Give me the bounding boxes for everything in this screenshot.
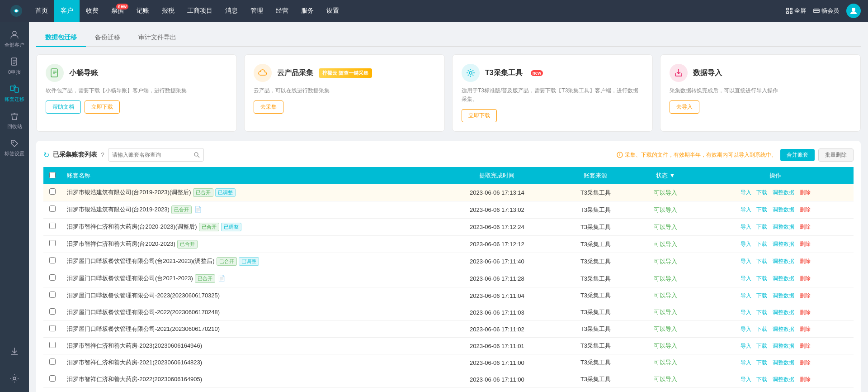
import-link[interactable]: 导入 xyxy=(741,258,751,264)
import-link[interactable]: 导入 xyxy=(741,189,751,196)
import-link[interactable]: 导入 xyxy=(741,206,751,213)
merge-account-button[interactable]: 合并账套 xyxy=(780,149,815,161)
download-link[interactable]: 下载 xyxy=(756,292,767,299)
adjust-link[interactable]: 调整数据 xyxy=(773,292,794,299)
adjust-link[interactable]: 调整数据 xyxy=(773,343,794,349)
adjust-link[interactable]: 调整数据 xyxy=(773,241,794,247)
delete-link[interactable]: 删除 xyxy=(800,258,811,264)
nav-invoice[interactable]: 票据 new xyxy=(105,0,130,22)
member-button[interactable]: 畅会员 xyxy=(813,7,839,15)
nav-bookkeeping[interactable]: 记账 xyxy=(130,0,156,22)
go-import-button[interactable]: 去导入 xyxy=(670,100,699,114)
import-link[interactable]: 导入 xyxy=(741,326,751,332)
nav-fee[interactable]: 收费 xyxy=(80,0,105,22)
download-link[interactable]: 下载 xyxy=(756,326,767,332)
delete-link[interactable]: 删除 xyxy=(800,241,811,247)
adjust-link[interactable]: 调整数据 xyxy=(773,258,794,264)
search-button[interactable] xyxy=(190,148,203,162)
delete-link[interactable]: 删除 xyxy=(800,309,811,316)
row-checkbox[interactable] xyxy=(49,308,56,315)
download-now-button-xiao[interactable]: 立即下载 xyxy=(85,100,120,114)
delete-link[interactable]: 删除 xyxy=(800,359,811,366)
nav-business[interactable]: 工商项目 xyxy=(181,0,219,22)
tab-backup-migration[interactable]: 备份迁移 xyxy=(86,29,129,47)
list-help-icon[interactable]: ? xyxy=(101,151,104,158)
help-doc-button[interactable]: 帮助文档 xyxy=(46,100,81,114)
import-link[interactable]: 导入 xyxy=(741,275,751,282)
download-link[interactable]: 下载 xyxy=(756,275,767,282)
import-link[interactable]: 导入 xyxy=(741,343,751,349)
search-input[interactable] xyxy=(108,152,190,158)
adjust-link[interactable]: 调整数据 xyxy=(773,275,794,282)
sidebar-item-download[interactable] xyxy=(0,338,29,365)
user-avatar[interactable] xyxy=(846,4,861,18)
nav-tax[interactable]: 报税 xyxy=(156,0,181,22)
sidebar-item-recycle[interactable]: 回收站 xyxy=(0,107,29,134)
file-icon[interactable]: 📄 xyxy=(218,275,225,282)
adjust-link[interactable]: 调整数据 xyxy=(773,206,794,213)
fullscreen-button[interactable]: 全屏 xyxy=(786,7,806,15)
nav-message[interactable]: 消息 xyxy=(219,0,244,22)
download-link[interactable]: 下载 xyxy=(756,343,767,349)
delete-link[interactable]: 删除 xyxy=(800,343,811,349)
adjust-link[interactable]: 调整数据 xyxy=(773,309,794,316)
download-now-button-t3[interactable]: 立即下载 xyxy=(462,109,497,122)
import-link[interactable]: 导入 xyxy=(741,292,751,299)
row-checkbox[interactable] xyxy=(49,342,56,348)
row-checkbox[interactable] xyxy=(49,274,56,281)
tab-audit-export[interactable]: 审计文件导出 xyxy=(129,29,185,47)
import-link[interactable]: 导入 xyxy=(741,376,751,382)
row-checkbox[interactable] xyxy=(49,223,56,229)
row-checkbox[interactable] xyxy=(49,206,56,212)
delete-link[interactable]: 删除 xyxy=(800,189,811,196)
sidebar-item-account-migration[interactable]: 账套迁移 xyxy=(0,80,29,107)
delete-link[interactable]: 删除 xyxy=(800,376,811,382)
row-checkbox[interactable] xyxy=(49,188,56,195)
adjust-link[interactable]: 调整数据 xyxy=(773,376,794,382)
download-link[interactable]: 下载 xyxy=(756,206,767,213)
download-link[interactable]: 下载 xyxy=(756,224,767,230)
delete-link[interactable]: 删除 xyxy=(800,292,811,299)
download-link[interactable]: 下载 xyxy=(756,241,767,247)
nav-manage[interactable]: 管理 xyxy=(244,0,269,22)
nav-home[interactable]: 首页 xyxy=(29,0,54,22)
adjust-link[interactable]: 调整数据 xyxy=(773,326,794,332)
download-link[interactable]: 下载 xyxy=(756,258,767,264)
adjust-link[interactable]: 调整数据 xyxy=(773,224,794,230)
import-link[interactable]: 导入 xyxy=(741,309,751,316)
download-link[interactable]: 下载 xyxy=(756,359,767,366)
row-checkbox[interactable] xyxy=(49,257,56,263)
import-link[interactable]: 导入 xyxy=(741,224,751,230)
sidebar-item-settings[interactable] xyxy=(0,365,29,392)
refresh-icon[interactable]: ↻ xyxy=(43,151,49,159)
delete-link[interactable]: 删除 xyxy=(800,275,811,282)
sidebar-item-tag-settings[interactable]: 标签设置 xyxy=(0,134,29,161)
import-link[interactable]: 导入 xyxy=(741,359,751,366)
select-all-checkbox[interactable] xyxy=(49,172,56,178)
sidebar-item-zero-declare[interactable]: 0申报 xyxy=(0,53,29,80)
row-checkbox[interactable] xyxy=(49,240,56,246)
delete-link[interactable]: 删除 xyxy=(800,326,811,332)
tab-data-migration[interactable]: 数据包迁移 xyxy=(36,29,86,47)
download-link[interactable]: 下载 xyxy=(756,189,767,196)
nav-customer[interactable]: 客户 xyxy=(54,0,80,22)
adjust-link[interactable]: 调整数据 xyxy=(773,359,794,366)
go-collect-button[interactable]: 去采集 xyxy=(254,100,283,114)
nav-operation[interactable]: 经营 xyxy=(269,0,295,22)
sidebar-item-all-customers[interactable]: 全部客户 xyxy=(0,25,29,53)
row-checkbox[interactable] xyxy=(49,325,56,331)
row-checkbox[interactable] xyxy=(49,375,56,382)
import-link[interactable]: 导入 xyxy=(741,241,751,247)
delete-link[interactable]: 删除 xyxy=(800,206,811,213)
file-icon[interactable]: 📄 xyxy=(194,206,202,213)
nav-service[interactable]: 服务 xyxy=(295,0,320,22)
download-link[interactable]: 下载 xyxy=(756,376,767,382)
batch-delete-button[interactable]: 批量删除 xyxy=(818,148,854,162)
nav-settings[interactable]: 设置 xyxy=(320,0,345,22)
download-link[interactable]: 下载 xyxy=(756,309,767,316)
row-checkbox[interactable] xyxy=(49,359,56,365)
row-checkbox[interactable] xyxy=(49,292,56,298)
logo[interactable] xyxy=(7,0,25,22)
adjust-link[interactable]: 调整数据 xyxy=(773,189,794,196)
delete-link[interactable]: 删除 xyxy=(800,224,811,230)
